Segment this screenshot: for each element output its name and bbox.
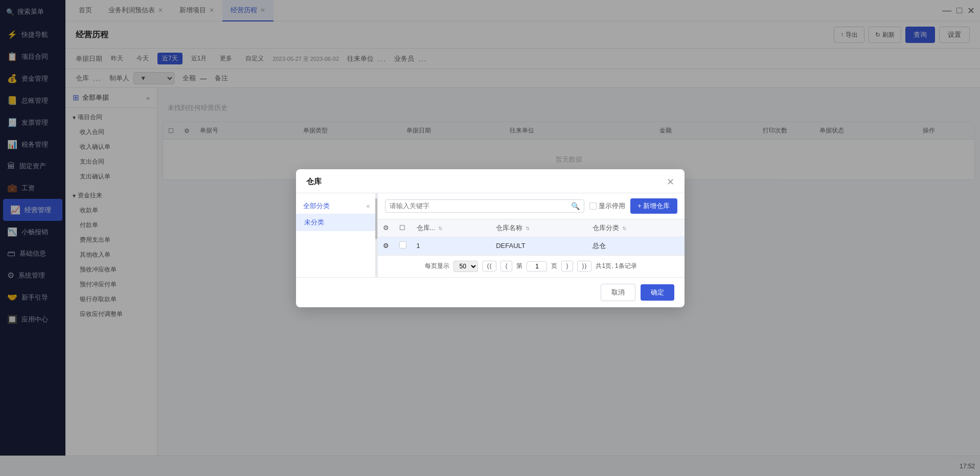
- modal-all-label[interactable]: 全部分类: [303, 201, 330, 211]
- modal-th-checkbox: ☐: [394, 219, 412, 237]
- modal-page-size-select[interactable]: 50: [453, 261, 478, 272]
- sort-code-icon: ⇅: [438, 225, 442, 231]
- modal-close-button[interactable]: ✕: [667, 176, 674, 188]
- modal-table-row[interactable]: ⚙ 1 DEFAULT 总仓: [378, 237, 685, 255]
- show-disabled-text: 显示停用: [599, 201, 625, 211]
- add-warehouse-button[interactable]: + 新增仓库: [630, 198, 677, 214]
- modal-first-page-btn[interactable]: ⟨⟨: [482, 261, 496, 271]
- show-disabled-label[interactable]: 显示停用: [589, 201, 625, 211]
- sort-category-icon: ⇅: [622, 225, 626, 231]
- modal-th-settings: ⚙: [378, 219, 394, 237]
- modal-overlay: 仓库 ✕ 全部分类 « 未分类: [0, 0, 980, 476]
- modal-search-box: 🔍: [385, 199, 585, 213]
- row-code-cell: DEFAULT: [491, 237, 587, 255]
- cancel-button[interactable]: 取消: [601, 284, 635, 301]
- modal-th-category: 仓库分类 ⇅: [587, 219, 684, 237]
- modal-collapse-icon[interactable]: «: [367, 202, 370, 210]
- show-disabled-checkbox[interactable]: [589, 202, 597, 210]
- row-checkbox[interactable]: [399, 241, 406, 248]
- modal-footer: 取消 确定: [296, 277, 685, 307]
- modal-prev-page-btn[interactable]: ⟨: [500, 261, 512, 271]
- modal-left-panel: 全部分类 « 未分类: [296, 193, 378, 277]
- modal-left-item-uncategorized[interactable]: 未分类: [296, 214, 377, 231]
- modal-th-name: 仓库名称 ⇅: [491, 219, 587, 237]
- modal-total: 共1页, 1条记录: [596, 262, 636, 270]
- modal-table: ⚙ ☐ 仓库... ⇅ 仓库名称 ⇅: [378, 219, 685, 255]
- modal-right-panel: 🔍 显示停用 + 新增仓库 ⚙ ☐: [378, 193, 685, 277]
- confirm-button[interactable]: 确定: [641, 284, 674, 301]
- row-name-cell: 总仓: [587, 237, 684, 255]
- modal-table-header-row: ⚙ ☐ 仓库... ⇅ 仓库名称 ⇅: [378, 219, 685, 237]
- modal-last-page-btn[interactable]: ⟩⟩: [577, 261, 591, 271]
- modal-page-label: 第: [516, 262, 522, 270]
- modal-scrollthumb: [375, 198, 377, 239]
- modal-left-header: 全部分类 «: [296, 198, 377, 214]
- modal-toolbar: 🔍 显示停用 + 新增仓库: [378, 193, 685, 219]
- row-checkbox-cell[interactable]: [394, 237, 412, 255]
- modal-search-icon: 🔍: [571, 202, 580, 210]
- modal-page-unit: 页: [551, 262, 557, 270]
- row-id-cell: 1: [412, 237, 491, 255]
- modal-th-code: 仓库... ⇅: [412, 219, 491, 237]
- warehouse-modal: 仓库 ✕ 全部分类 « 未分类: [296, 169, 685, 307]
- modal-search-input[interactable]: [390, 202, 568, 210]
- sort-name-icon: ⇅: [526, 225, 530, 231]
- modal-body: 全部分类 « 未分类 🔍 显示停用: [296, 193, 685, 277]
- modal-page-input[interactable]: [527, 261, 547, 271]
- modal-pagination: 每页显示 50 ⟨⟨ ⟨ 第 页 ⟩ ⟩⟩ 共1页, 1条记录: [378, 255, 685, 277]
- row-settings-cell: ⚙: [378, 237, 394, 255]
- modal-scrollbar: [375, 193, 377, 277]
- modal-header: 仓库 ✕: [296, 169, 685, 193]
- modal-title: 仓库: [306, 177, 322, 187]
- modal-next-page-btn[interactable]: ⟩: [561, 261, 573, 271]
- modal-page-size-label: 每页显示: [425, 262, 449, 270]
